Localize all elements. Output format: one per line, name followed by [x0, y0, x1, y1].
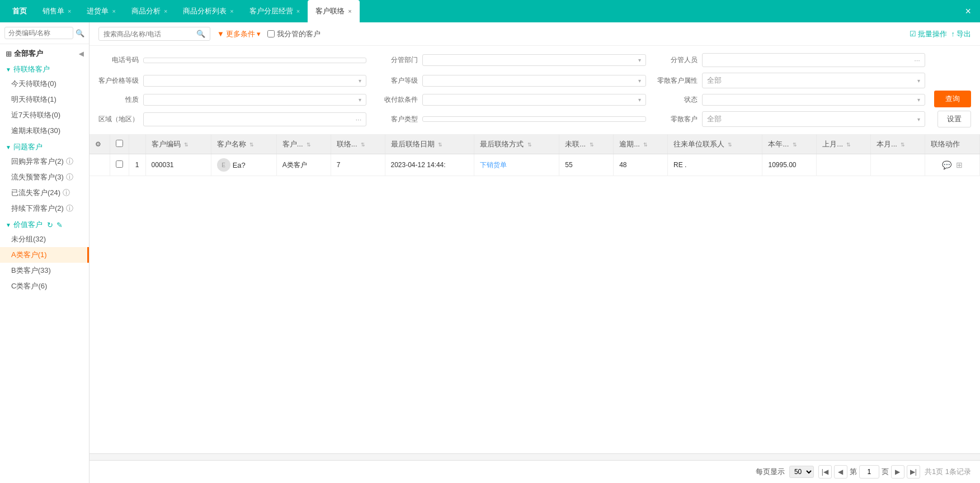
sidebar-item-b-class[interactable]: B类客户(33) [0, 263, 89, 278]
gear-column-header[interactable]: ⚙ [89, 135, 110, 154]
my-customers-checkbox[interactable] [267, 30, 275, 37]
uncontacted-column-header[interactable]: 未联... ⇅ [559, 135, 614, 154]
status-select[interactable]: ▾ [702, 94, 925, 106]
price-level-select[interactable]: ▾ [143, 75, 366, 87]
contact-person-column-header[interactable]: 往来单位联系人 ⇅ [667, 135, 762, 154]
ellipsis-icon: ··· [914, 56, 920, 64]
sidebar-item-declining[interactable]: 持续下滑客户(2) ⓘ [0, 201, 89, 216]
this-year-column-header[interactable]: 本年... ⇅ [762, 135, 817, 154]
nav-tab-customer-contact[interactable]: 客户联络 × [308, 0, 359, 22]
name-column-header[interactable]: 客户名称 ⇅ [211, 135, 276, 154]
close-icon[interactable]: × [112, 8, 115, 15]
nav-tab-sales[interactable]: 销售单 × [35, 0, 79, 22]
dept-select[interactable]: ▾ [422, 54, 646, 66]
all-customers-header[interactable]: ⊞ 全部客户 ◀ [0, 44, 89, 61]
per-page-select[interactable]: 50 [789, 466, 814, 478]
nature-select[interactable]: ▾ [143, 94, 366, 106]
close-icon[interactable]: × [348, 8, 351, 15]
sidebar-item-overdue[interactable]: 逾期未联络(30) [0, 123, 89, 139]
nav-tab-purchase[interactable]: 进货单 × [79, 0, 123, 22]
code-column-header[interactable]: 客户编码 ⇅ [145, 135, 211, 154]
row-name[interactable]: E Ea? [211, 154, 276, 176]
sidebar-search-input[interactable] [4, 27, 73, 39]
scatter-attr-select[interactable]: 全部 ▾ [702, 73, 925, 88]
chevron-down-icon: ▾ [917, 97, 920, 103]
checkbox-icon: ☑ [910, 30, 916, 38]
share-icon[interactable]: ⊞ [956, 160, 963, 169]
last-method-column-header[interactable]: 最后联络方式 ⇅ [474, 135, 559, 154]
this-month-column-header[interactable]: 本月... ⇅ [871, 135, 925, 154]
collapse-icon[interactable]: ◀ [79, 50, 83, 58]
edit-icon[interactable]: ✎ [56, 221, 63, 229]
message-icon[interactable]: 💬 [942, 160, 951, 169]
overdue-column-header[interactable]: 逾期... ⇅ [614, 135, 668, 154]
close-all-button[interactable]: × [960, 6, 976, 17]
nav-tab-product-list[interactable]: 商品分析列表 × [175, 0, 241, 22]
sidebar-group-value[interactable]: ▼ 价值客户 ↻ ✎ [0, 216, 89, 231]
grid-icon: ⊞ [6, 50, 12, 58]
row-this-year: 10995.00 [762, 154, 817, 176]
payment-select[interactable]: ▾ [422, 94, 646, 106]
next-page-button[interactable]: ▶ [891, 465, 904, 479]
page-input[interactable] [859, 465, 879, 479]
last-date-column-header[interactable]: 最后联络日期 ⇅ [385, 135, 474, 154]
sidebar-group-pending[interactable]: ▼ 待联络客户 [0, 61, 89, 76]
search-input[interactable] [103, 30, 194, 38]
nav-tab-customer-tier[interactable]: 客户分层经营 × [242, 0, 308, 22]
nav-tab-product-analysis[interactable]: 商品分析 × [124, 0, 175, 22]
row-action[interactable]: 💬 ⊞ [925, 154, 979, 176]
batch-op-button[interactable]: ☑ 批量操作 [910, 29, 947, 39]
customer-type-input[interactable] [422, 116, 646, 122]
last-month-column-header[interactable]: 上月... ⇅ [817, 135, 871, 154]
sidebar-item-a-class[interactable]: A类客户(1) [0, 247, 89, 263]
row-last-method[interactable]: 下销货单 [474, 154, 559, 176]
scatter-customer-label: 零散客户 [657, 115, 702, 124]
row-code[interactable]: 000031 [145, 154, 211, 176]
nav-tab-home[interactable]: 首页 [4, 0, 35, 22]
info-icon: ⓘ [66, 203, 73, 214]
manager-input[interactable]: ··· [702, 53, 925, 67]
check-column-header[interactable] [110, 135, 129, 154]
sidebar-item-today[interactable]: 今天待联络(0) [0, 76, 89, 92]
level-column-header[interactable]: 客户... ⇅ [276, 135, 331, 154]
sidebar-item-c-class[interactable]: C类客户(6) [0, 278, 89, 294]
sidebar-item-churned[interactable]: 已流失客户(24) ⓘ [0, 185, 89, 201]
last-page-button[interactable]: ▶| [907, 465, 920, 479]
first-page-button[interactable]: |◀ [818, 465, 832, 479]
triangle-icon: ▼ [6, 144, 11, 150]
export-button[interactable]: ↑ 导出 [951, 29, 972, 39]
close-icon[interactable]: × [68, 8, 71, 15]
prev-page-button[interactable]: ◀ [834, 465, 847, 479]
row-checkbox[interactable] [116, 160, 123, 168]
sidebar-item-churn-warning[interactable]: 流失预警客户(3) ⓘ [0, 169, 89, 185]
scatter-customer-select[interactable]: 全部 ▾ [702, 111, 925, 127]
close-icon[interactable]: × [164, 8, 167, 15]
table-row: 1 000031 E Ea? A类客户 7 2023-04-12 14:44: [89, 154, 980, 176]
settings-button[interactable]: 设置 [937, 111, 971, 127]
sidebar-item-tomorrow[interactable]: 明天待联络(1) [0, 92, 89, 107]
refresh-icon[interactable]: ↻ [47, 221, 53, 229]
sidebar-group-problem[interactable]: ▼ 问题客户 [0, 139, 89, 154]
chevron-down-icon: ▾ [638, 57, 641, 63]
phone-input[interactable] [143, 58, 366, 63]
select-all-checkbox[interactable] [116, 140, 123, 147]
query-button[interactable]: 查询 [934, 91, 971, 107]
customer-level-select[interactable]: ▾ [422, 75, 646, 87]
total-info: 共1页 1条记录 [925, 467, 971, 477]
close-icon[interactable]: × [296, 8, 300, 15]
close-icon[interactable]: × [230, 8, 233, 15]
sidebar-item-abnormal[interactable]: 回购异常客户(2) ⓘ [0, 154, 89, 169]
row-checkbox-cell[interactable] [110, 154, 129, 176]
last-method-link[interactable]: 下销货单 [480, 161, 507, 169]
region-input[interactable]: ··· [143, 112, 366, 126]
nature-label: 性质 [98, 95, 143, 105]
my-customers-filter[interactable]: 我分管的客户 [267, 29, 321, 39]
more-conditions-button[interactable]: ▼ 更多条件 ▾ [217, 29, 261, 39]
horizontal-scrollbar[interactable] [89, 453, 980, 460]
contact-column-header[interactable]: 联络... ⇅ [331, 135, 385, 154]
filter-row-2: 客户价格等级 ▾ 客户等级 ▾ [98, 70, 925, 91]
chevron-down-icon: ▾ [638, 78, 641, 84]
data-table: ⚙ 客户编码 ⇅ 客户名称 ⇅ 客户... ⇅ [89, 135, 980, 176]
sidebar-item-7days[interactable]: 近7天待联络(0) [0, 107, 89, 123]
sidebar-item-ungrouped[interactable]: 未分组(32) [0, 231, 89, 247]
